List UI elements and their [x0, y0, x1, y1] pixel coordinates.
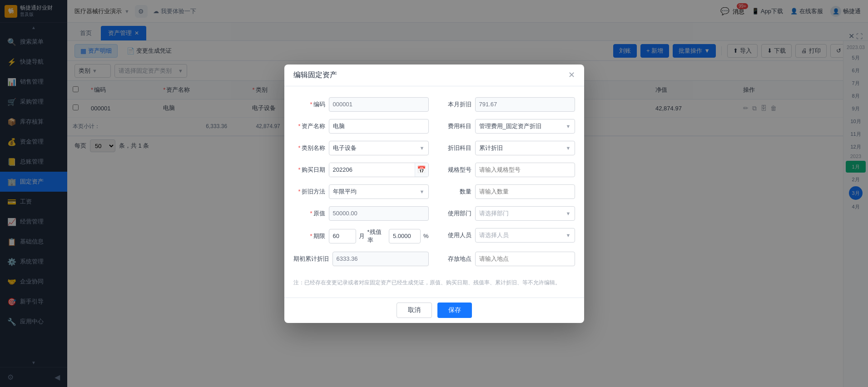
residual-rate-input[interactable]	[389, 229, 421, 243]
user-dropdown-icon: ▼	[566, 233, 571, 238]
form-field-asset-name: *资产名称	[293, 119, 429, 134]
dep-subject-label: 折旧科目	[440, 144, 471, 152]
form-field-department: 使用部门 请选择部门 ▼	[440, 206, 575, 221]
accumulated-dep-input	[332, 252, 429, 266]
edit-asset-modal: 编辑固定资产 ✕ *编码 本月折旧	[284, 64, 584, 323]
form-field-code: *编码	[293, 97, 429, 112]
form-field-accumulated-dep: 期初累计折旧	[293, 252, 429, 266]
department-label: 使用部门	[440, 209, 471, 218]
form-field-dep-subject: 折旧科目 累计折旧 ▼	[440, 141, 575, 155]
department-select[interactable]: 请选择部门 ▼	[475, 206, 575, 221]
period-residual-row: 月 *残值率 %	[329, 228, 429, 244]
form-field-dep-method: *折旧方法 年限平均 ▼	[293, 184, 429, 199]
save-button[interactable]: 保存	[437, 303, 472, 318]
expense-subject-dropdown-icon: ▼	[566, 124, 571, 129]
dep-subject-dropdown-icon: ▼	[566, 145, 571, 151]
period-unit-label: 月	[359, 232, 365, 240]
asset-name-label: *资产名称	[293, 122, 325, 130]
period-label: *期限	[293, 232, 325, 240]
original-value-input[interactable]	[329, 206, 429, 221]
form-field-quantity: 数量	[440, 184, 575, 199]
quantity-input[interactable]	[475, 184, 575, 199]
modal-close-btn[interactable]: ✕	[568, 70, 575, 80]
monthly-dep-label: 本月折旧	[440, 100, 471, 109]
purchase-date-label: *购买日期	[293, 166, 325, 174]
dep-method-dropdown-icon: ▼	[420, 189, 425, 194]
original-value-label: *原值	[293, 209, 325, 218]
dep-method-label: *折旧方法	[293, 188, 325, 196]
location-label: 存放地点	[440, 255, 471, 263]
category-dropdown-icon2: ▼	[420, 145, 425, 151]
form-field-user: 使用人员 请选择人员 ▼	[440, 228, 575, 244]
form-field-expense-subject: 费用科目 管理费用_固定资产折旧 ▼	[440, 119, 575, 134]
purchase-date-field: 📅	[329, 163, 429, 177]
expense-subject-select[interactable]: 管理费用_固定资产折旧 ▼	[475, 119, 575, 134]
modal-title: 编辑固定资产	[293, 70, 337, 80]
category-name-label: *类别名称	[293, 144, 325, 152]
form-field-original-value: *原值	[293, 206, 429, 221]
residual-rate-label: *残值率	[367, 228, 386, 244]
monthly-dep-input	[475, 97, 575, 112]
user-select[interactable]: 请选择人员 ▼	[475, 228, 575, 243]
expense-subject-label: 费用科目	[440, 122, 471, 130]
calendar-icon[interactable]: 📅	[415, 163, 428, 177]
dep-subject-select[interactable]: 累计折旧 ▼	[475, 141, 575, 155]
form-field-period-residual: *期限 月 *残值率 %	[293, 228, 429, 244]
period-input[interactable]	[329, 229, 356, 243]
modal-footer: 取消 保存	[284, 298, 584, 323]
form-field-spec: 规格型号	[440, 163, 575, 177]
spec-label: 规格型号	[440, 166, 471, 174]
form-grid: *编码 本月折旧	[293, 97, 575, 287]
quantity-label: 数量	[440, 188, 471, 196]
modal-header: 编辑固定资产 ✕	[284, 64, 584, 86]
form-note: 注：已经存在变更记录或者对应固定资产已经生成凭证，原值、购买日期、残值率、累计折…	[293, 273, 575, 287]
cancel-button[interactable]: 取消	[397, 303, 432, 318]
spec-input[interactable]	[475, 163, 575, 177]
department-dropdown-icon: ▼	[566, 211, 571, 216]
code-input[interactable]	[329, 97, 429, 112]
form-field-monthly-dep: 本月折旧	[440, 97, 575, 112]
residual-unit-label: %	[423, 233, 429, 239]
form-field-purchase-date: *购买日期 📅	[293, 163, 429, 177]
form-field-location: 存放地点	[440, 252, 575, 266]
dep-method-select[interactable]: 年限平均 ▼	[329, 184, 429, 199]
location-input[interactable]	[475, 252, 575, 266]
modal-body: *编码 本月折旧	[284, 86, 584, 298]
modal-overlay: 编辑固定资产 ✕ *编码 本月折旧	[0, 0, 868, 387]
accumulated-dep-label: 期初累计折旧	[293, 255, 329, 263]
user-label: 使用人员	[440, 231, 471, 239]
asset-name-input[interactable]	[329, 119, 429, 134]
purchase-date-input[interactable]	[329, 163, 415, 177]
form-field-category: *类别名称 电子设备 ▼	[293, 141, 429, 155]
category-select[interactable]: 电子设备 ▼	[329, 141, 429, 155]
code-label: *编码	[293, 100, 325, 109]
